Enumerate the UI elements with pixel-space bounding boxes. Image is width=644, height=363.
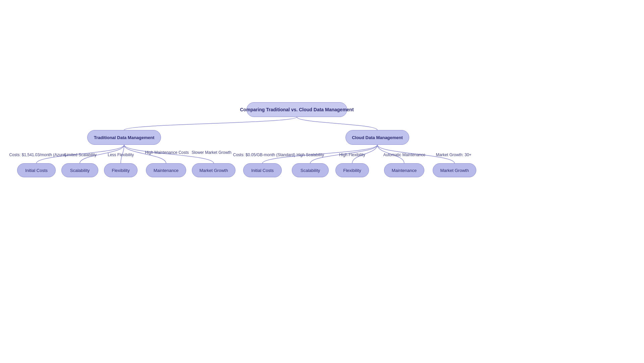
trad-flex-label: Less Flexibility — [99, 153, 143, 157]
cloud-node: Cloud Data Management — [345, 130, 409, 145]
cloud-cost-node: Initial Costs — [243, 163, 282, 177]
cloud-maint-node: Maintenance — [384, 163, 424, 177]
root-node: Comparing Traditional vs. Cloud Data Man… — [247, 102, 347, 117]
cloud-label: Cloud Data Management — [352, 135, 403, 140]
trad-maint-node: Maintenance — [146, 163, 186, 177]
trad-flex-node: Flexibility — [104, 163, 138, 177]
cloud-mkt-node: Market Growth — [433, 163, 476, 177]
trad-scal-label: Limited Scalability — [57, 153, 104, 157]
root-label: Comparing Traditional vs. Cloud Data Man… — [240, 107, 354, 112]
cloud-maint-label: Automatic Maintenance — [378, 153, 430, 157]
cloud-scal-label: High Scalability — [287, 153, 334, 157]
trad-mkt-label: Slower Market Growth — [184, 150, 239, 155]
trad-mkt-node: Market Growth — [192, 163, 235, 177]
cloud-mkt-label: Market Growth: 30+ — [426, 153, 481, 157]
diagram-container: Comparing Traditional vs. Cloud Data Man… — [0, 0, 644, 363]
cloud-flex-label: High Flexibility — [330, 153, 374, 157]
trad-scal-node: Scalability — [61, 163, 98, 177]
cloud-flex-node: Flexibility — [335, 163, 369, 177]
traditional-node: Traditional Data Management — [87, 130, 161, 145]
connections-svg — [0, 0, 644, 363]
cloud-scal-node: Scalability — [292, 163, 329, 177]
trad-cost-node: Initial Costs — [17, 163, 56, 177]
traditional-label: Traditional Data Management — [94, 135, 155, 140]
